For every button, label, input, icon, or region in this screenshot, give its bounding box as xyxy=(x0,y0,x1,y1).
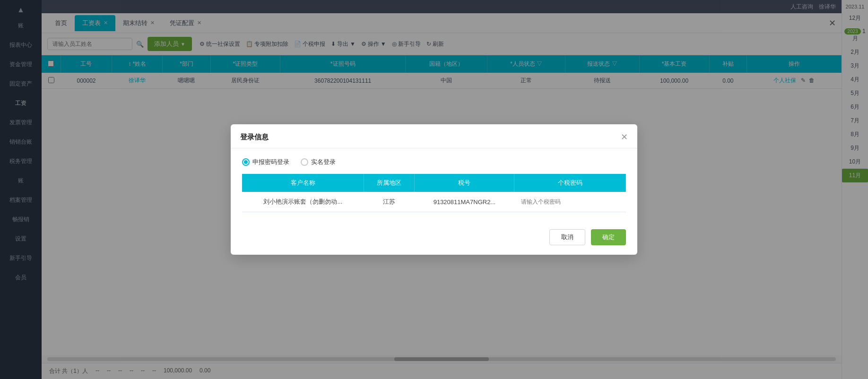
modal-footer: 取消 确定 xyxy=(231,222,637,255)
login-type-radio-group: 申报密码登录 实名登录 xyxy=(242,158,626,166)
confirm-button[interactable]: 确定 xyxy=(591,229,626,245)
modal-header: 登录信息 ✕ xyxy=(231,124,637,148)
modal-col-client-name: 客户名称 xyxy=(242,174,364,192)
realname-login-radio[interactable] xyxy=(301,158,308,166)
client-tax-password-cell[interactable] xyxy=(514,192,626,212)
modal-col-tax-password: 个税密码 xyxy=(514,174,626,192)
modal-body: 申报密码登录 实名登录 客户名称 所属地区 税号 个税密码 xyxy=(231,148,637,222)
client-tax-id-cell: 91320811MA7NGR2... xyxy=(415,192,514,212)
modal-title: 登录信息 xyxy=(240,133,269,142)
client-region-cell: 江苏 xyxy=(364,192,415,212)
tax-password-input[interactable] xyxy=(521,198,619,205)
realname-login-option[interactable]: 实名登录 xyxy=(301,158,336,166)
modal-close-button[interactable]: ✕ xyxy=(621,132,628,142)
client-name-cell: 刘小艳演示账套（勿删勿动... xyxy=(242,192,364,212)
cancel-button[interactable]: 取消 xyxy=(549,229,585,245)
modal-overlay: 登录信息 ✕ 申报密码登录 实名登录 客户名称 所属地 xyxy=(0,0,868,379)
password-login-radio[interactable] xyxy=(242,158,250,166)
password-login-option[interactable]: 申报密码登录 xyxy=(242,158,289,166)
modal-col-tax-id: 税号 xyxy=(415,174,514,192)
client-table-row: 刘小艳演示账套（勿删勿动... 江苏 91320811MA7NGR2... xyxy=(242,192,626,212)
modal-col-region: 所属地区 xyxy=(364,174,415,192)
client-table: 客户名称 所属地区 税号 个税密码 刘小艳演示账套（勿删勿动... 江苏 913… xyxy=(242,174,626,212)
login-info-modal: 登录信息 ✕ 申报密码登录 实名登录 客户名称 所属地 xyxy=(231,124,637,255)
